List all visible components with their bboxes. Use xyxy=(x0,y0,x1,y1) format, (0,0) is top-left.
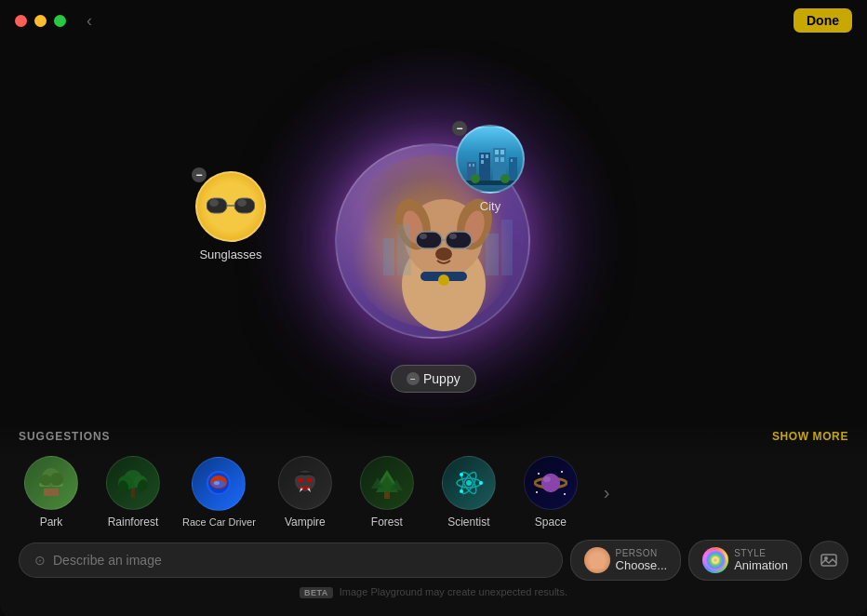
bottom-panel: SUGGESTIONS SHOW MORE Park xyxy=(0,421,867,616)
svg-point-65 xyxy=(466,480,472,486)
beta-text: Image Playground may create unexpected r… xyxy=(340,586,567,597)
svg-rect-38 xyxy=(462,181,518,185)
svg-rect-6 xyxy=(416,232,442,248)
photo-library-button[interactable] xyxy=(809,541,848,580)
svg-point-77 xyxy=(536,491,538,493)
svg-point-80 xyxy=(593,553,602,562)
svg-rect-41 xyxy=(44,489,59,496)
city-remove-button[interactable]: − xyxy=(452,121,467,136)
space-icon xyxy=(524,456,578,510)
search-icon: ⊙ xyxy=(34,553,46,568)
svg-rect-14 xyxy=(383,238,394,275)
person-value: Choose... xyxy=(616,558,668,572)
suggestion-forest[interactable]: Forest xyxy=(354,456,420,529)
forest-icon xyxy=(360,456,414,510)
search-bar[interactable]: ⊙ xyxy=(19,542,563,578)
svg-point-39 xyxy=(471,174,480,183)
minimize-button[interactable] xyxy=(34,15,47,27)
style-label: STYLE xyxy=(734,548,788,558)
suggestions-header: SUGGESTIONS SHOW MORE xyxy=(19,421,848,443)
canvas-area: − Sunglasses − xyxy=(0,41,867,460)
svg-rect-16 xyxy=(486,234,499,275)
style-button[interactable]: STYLE Animation xyxy=(688,540,802,581)
done-button[interactable]: Done xyxy=(794,8,852,33)
bottom-toolbar: ⊙ PERSON Choose... xyxy=(19,540,848,581)
person-icon xyxy=(584,547,610,573)
suggestions-label: SUGGESTIONS xyxy=(19,430,111,443)
svg-rect-15 xyxy=(397,224,411,275)
svg-rect-37 xyxy=(511,159,513,162)
svg-rect-33 xyxy=(500,150,504,154)
suggestion-vampire[interactable]: Vampire xyxy=(273,456,338,529)
puppy-pill[interactable]: − Puppy xyxy=(391,365,476,393)
svg-point-70 xyxy=(460,473,463,476)
city-label: City xyxy=(480,199,500,213)
svg-rect-26 xyxy=(473,164,474,167)
svg-rect-34 xyxy=(495,157,499,162)
svg-point-22 xyxy=(237,199,247,207)
svg-rect-32 xyxy=(495,150,499,154)
svg-point-11 xyxy=(435,248,452,261)
scientist-label: Scientist xyxy=(447,516,489,529)
person-button[interactable]: PERSON Choose... xyxy=(570,540,682,581)
race-car-driver-icon xyxy=(192,457,246,511)
svg-point-45 xyxy=(50,473,63,486)
puppy-tag[interactable]: − Puppy xyxy=(391,365,476,393)
suggestion-rainforest[interactable]: Rainforest xyxy=(100,456,166,529)
svg-point-44 xyxy=(40,475,51,486)
suggestion-park[interactable]: Park xyxy=(19,456,84,529)
sunglasses-remove-button[interactable]: − xyxy=(192,167,207,182)
svg-rect-28 xyxy=(481,154,484,158)
style-value: Animation xyxy=(734,558,788,572)
svg-point-75 xyxy=(538,473,540,475)
svg-rect-62 xyxy=(384,492,390,499)
beta-footer: BETA Image Playground may create unexpec… xyxy=(19,586,848,597)
park-icon xyxy=(24,456,78,510)
svg-rect-35 xyxy=(500,157,504,162)
svg-rect-49 xyxy=(131,489,135,498)
svg-rect-29 xyxy=(486,154,488,158)
race-car-driver-label: Race Car Driver xyxy=(182,516,256,528)
space-label: Space xyxy=(535,516,567,529)
traffic-lights xyxy=(15,15,66,27)
image-describe-input[interactable] xyxy=(53,553,547,568)
svg-point-56 xyxy=(214,481,220,485)
svg-rect-30 xyxy=(481,160,484,164)
titlebar: ‹ Done xyxy=(0,0,867,41)
close-button[interactable] xyxy=(15,15,27,27)
style-btn-text: STYLE Animation xyxy=(734,548,788,572)
vampire-icon xyxy=(278,456,332,510)
suggestion-race-car-driver[interactable]: Race Car Driver xyxy=(182,457,256,528)
person-label: PERSON xyxy=(616,548,668,558)
suggestions-next-button[interactable]: › xyxy=(604,482,610,503)
city-tag[interactable]: − xyxy=(456,125,525,213)
svg-point-82 xyxy=(712,556,719,564)
puppy-remove-button[interactable]: − xyxy=(407,372,420,385)
rainforest-label: Rainforest xyxy=(108,516,159,529)
city-image xyxy=(456,125,525,194)
svg-point-13 xyxy=(438,275,449,286)
suggestion-space[interactable]: Space xyxy=(518,456,583,529)
back-button[interactable]: ‹ xyxy=(87,11,92,31)
svg-point-78 xyxy=(564,493,566,495)
svg-rect-25 xyxy=(469,164,471,167)
svg-point-74 xyxy=(541,474,560,492)
vampire-label: Vampire xyxy=(285,516,326,529)
sunglasses-label: Sunglasses xyxy=(199,248,261,261)
show-more-button[interactable]: SHOW MORE xyxy=(772,430,848,443)
suggestion-scientist[interactable]: Scientist xyxy=(436,456,501,529)
svg-rect-7 xyxy=(446,232,472,248)
forest-label: Forest xyxy=(371,516,403,529)
svg-rect-27 xyxy=(479,153,490,185)
beta-badge: BETA xyxy=(300,587,333,598)
svg-point-71 xyxy=(460,489,463,493)
maximize-button[interactable] xyxy=(54,15,66,27)
svg-point-10 xyxy=(449,234,457,239)
scientist-icon xyxy=(442,456,496,510)
svg-point-21 xyxy=(209,199,219,207)
person-btn-text: PERSON Choose... xyxy=(616,548,668,572)
svg-rect-17 xyxy=(501,220,513,275)
svg-point-69 xyxy=(479,481,483,485)
sunglasses-tag[interactable]: − Sunglasses xyxy=(195,171,266,261)
style-icon xyxy=(702,547,728,573)
